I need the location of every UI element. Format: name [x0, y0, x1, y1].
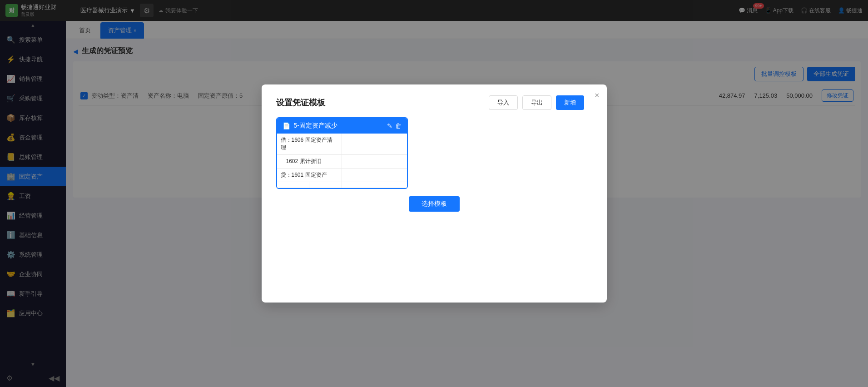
template-cell-1-2: [342, 155, 375, 168]
new-btn[interactable]: 新增: [556, 95, 584, 110]
template-card: 📄 5-固定资产减少 ✎ 🗑 借：1606 固定资产清理 1602 累计折旧: [276, 117, 408, 189]
template-cell-2-3: [374, 169, 407, 182]
template-edit-icon[interactable]: ✎: [387, 122, 392, 129]
modal-toolbar: 导入 导出 新增: [489, 95, 584, 110]
template-row-2: 贷：1601 固定资产: [277, 169, 407, 182]
template-doc-icon: 📄: [283, 122, 290, 129]
template-cell-e-3: [374, 182, 407, 188]
template-cell-0-3: [374, 134, 407, 154]
modal-close-btn[interactable]: ×: [595, 91, 600, 100]
template-cell-e-1: [309, 182, 342, 188]
template-row-1: 1602 累计折旧: [277, 155, 407, 169]
modal-overlay: × 设置凭证模板 导入 导出 新增 📄 5-固定资产减少 ✎ 🗑 借：160: [0, 0, 868, 387]
template-card-icons: ✎ 🗑: [387, 122, 402, 129]
template-cell-2-0: 贷：1601 固定资产: [277, 169, 342, 182]
template-cell-1-0: 1602 累计折旧: [277, 155, 342, 168]
template-cell-0-0: 借：1606 固定资产清理: [277, 134, 342, 154]
template-cell-0-2: [342, 134, 375, 154]
template-cell-e-2: [342, 182, 375, 188]
modal: × 设置凭证模板 导入 导出 新增 📄 5-固定资产减少 ✎ 🗑 借：160: [262, 84, 607, 303]
template-card-body: 借：1606 固定资产清理 1602 累计折旧 贷：1601 固定资产: [277, 134, 407, 188]
template-row-empty: [277, 182, 407, 188]
template-row-0: 借：1606 固定资产清理: [277, 134, 407, 155]
template-cell-1-3: [374, 155, 407, 168]
template-cell-e-0: [277, 182, 310, 188]
import-btn[interactable]: 导入: [489, 95, 518, 110]
template-delete-icon[interactable]: 🗑: [395, 122, 402, 129]
template-name: 5-固定资产减少: [294, 122, 337, 130]
template-card-header: 📄 5-固定资产减少 ✎ 🗑: [277, 118, 407, 134]
template-cell-2-2: [342, 169, 375, 182]
select-template-btn[interactable]: 选择模板: [409, 196, 460, 212]
export-btn[interactable]: 导出: [522, 95, 551, 110]
